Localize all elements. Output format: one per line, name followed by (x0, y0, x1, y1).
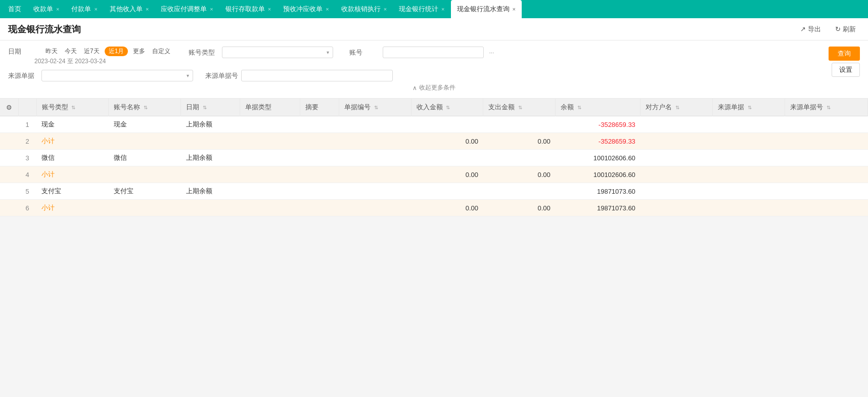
td-expense: 0.00 (483, 166, 556, 183)
nav-item-bank-deposit[interactable]: 银行存取款单 × (219, 0, 277, 18)
nav-item-prepay-offset[interactable]: 预收冲应收单 × (277, 0, 335, 18)
close-bank-deposit-icon[interactable]: × (268, 6, 271, 12)
account-more-icon[interactable]: ··· (489, 49, 494, 56)
td-row-num: 1 (18, 116, 36, 133)
th-date[interactable]: 日期 ⇅ (181, 99, 240, 116)
td-account-type: 现金 (36, 116, 109, 133)
sort-source-doc-no-icon: ⇅ (827, 105, 831, 110)
account-type-select-wrapper: ▾ (222, 47, 333, 58)
td-gear (0, 116, 18, 133)
source-doc-num-input[interactable] (241, 70, 393, 81)
close-payment-icon[interactable]: × (94, 6, 97, 12)
th-expense[interactable]: 支出金额 ⇅ (483, 99, 556, 116)
td-account-type: 微信 (36, 150, 109, 166)
nav-ar-ap-label: 应收应付调整单 (161, 5, 207, 14)
td-row-num: 5 (18, 183, 36, 200)
refresh-button[interactable]: ↻ 刷新 (831, 23, 860, 36)
td-counterparty (641, 116, 713, 133)
td-row-num: 2 (18, 133, 36, 150)
td-expense (483, 183, 556, 200)
td-row-num: 3 (18, 150, 36, 166)
settings-button[interactable]: 设置 (832, 63, 860, 77)
nav-item-cash-flow[interactable]: 现金银行流水查询 × (451, 0, 522, 18)
nav-item-receipt[interactable]: 收款单 × (27, 0, 65, 18)
td-balance: 19871073.60 (556, 183, 641, 200)
collapse-label: 收起更多条件 (419, 83, 455, 92)
table-container: ⚙ 账号类型 ⇅ 账号名称 ⇅ 日期 ⇅ 单据类型 摘要 单据编号 ⇅ 收入金额… (0, 99, 868, 216)
th-gear[interactable]: ⚙ (0, 99, 18, 116)
nav-receipt-label: 收款单 (33, 5, 53, 14)
export-button[interactable]: ↗ 导出 (796, 23, 825, 36)
td-account-type: 小计 (36, 133, 109, 150)
nav-other-income-label: 其他收入单 (110, 5, 143, 14)
nav-item-cash-stats[interactable]: 现金银行统计 × (393, 0, 450, 18)
th-doc-no[interactable]: 单据编号 ⇅ (339, 99, 411, 116)
td-source-doc-no (785, 133, 867, 150)
refresh-label: 刷新 (843, 25, 856, 34)
close-other-income-icon[interactable]: × (146, 6, 149, 12)
account-type-select[interactable] (222, 47, 333, 58)
date-filter-group: 日期 昨天 今天 近7天 近1月 更多 自定义 2023-02-24 至 202… (8, 47, 172, 66)
close-ar-ap-icon[interactable]: × (210, 6, 213, 12)
table-row: 5支付宝支付宝上期余额19871073.60 (0, 183, 868, 200)
td-source-doc-no (785, 166, 867, 183)
th-account-name[interactable]: 账号名称 ⇅ (109, 99, 181, 116)
td-date (181, 200, 240, 216)
close-receipt-icon[interactable]: × (56, 6, 59, 12)
right-buttons: 查询 设置 (829, 47, 860, 77)
th-source-doc[interactable]: 来源单据 ⇅ (713, 99, 785, 116)
date-opt-custom[interactable]: 自定义 (150, 47, 172, 56)
th-counterparty[interactable]: 对方户名 ⇅ (641, 99, 713, 116)
th-source-doc-no[interactable]: 来源单据号 ⇅ (785, 99, 867, 116)
td-summary (300, 116, 339, 133)
query-button[interactable]: 查询 (829, 47, 860, 61)
td-source-doc-no (785, 183, 867, 200)
source-doc-filter: 来源单据 ▾ (8, 70, 193, 81)
td-doc-type (240, 116, 300, 133)
td-gear (0, 200, 18, 216)
td-account-name (109, 166, 181, 183)
td-summary (300, 133, 339, 150)
td-gear (0, 150, 18, 166)
nav-item-ar-ap-adjust[interactable]: 应收应付调整单 × (155, 0, 219, 18)
nav-item-receipt-verify[interactable]: 收款核销执行 × (335, 0, 393, 18)
nav-item-home[interactable]: 首页 (2, 0, 27, 18)
table-row: 3微信微信上期余额100102606.60 (0, 150, 868, 166)
table-row: 4小计0.000.00100102606.60 (0, 166, 868, 183)
sort-doc-no-icon: ⇅ (374, 105, 378, 110)
source-doc-select[interactable] (41, 70, 193, 81)
nav-item-payment[interactable]: 付款单 × (65, 0, 103, 18)
td-doc-type (240, 183, 300, 200)
date-opt-1month[interactable]: 近1月 (105, 47, 128, 56)
nav-item-other-income[interactable]: 其他收入单 × (104, 0, 155, 18)
th-income[interactable]: 收入金额 ⇅ (411, 99, 483, 116)
close-cash-stats-icon[interactable]: × (441, 6, 444, 12)
td-summary (300, 200, 339, 216)
td-source-doc-no (785, 116, 867, 133)
td-counterparty (641, 150, 713, 166)
date-opt-7days[interactable]: 近7天 (82, 47, 102, 56)
date-opt-today[interactable]: 今天 (63, 47, 79, 56)
td-doc-no (339, 166, 411, 183)
td-source-doc (713, 150, 785, 166)
close-receipt-verify-icon[interactable]: × (384, 6, 387, 12)
th-balance[interactable]: 余额 ⇅ (556, 99, 641, 116)
account-input[interactable] (383, 47, 484, 58)
td-gear (0, 133, 18, 150)
td-source-doc (713, 166, 785, 183)
th-doc-type: 单据类型 (240, 99, 300, 116)
td-row-num: 4 (18, 166, 36, 183)
sort-date-icon: ⇅ (203, 105, 207, 110)
close-prepay-icon[interactable]: × (326, 6, 329, 12)
td-expense (483, 116, 556, 133)
td-doc-no (339, 183, 411, 200)
page-title: 现金银行流水查询 (8, 23, 81, 35)
th-account-type[interactable]: 账号类型 ⇅ (36, 99, 109, 116)
close-cash-flow-icon[interactable]: × (513, 6, 516, 12)
collapse-filters-button[interactable]: ∧ 收起更多条件 (8, 81, 860, 94)
header-actions: ↗ 导出 ↻ 刷新 (796, 23, 860, 36)
date-opt-more[interactable]: 更多 (131, 47, 147, 56)
td-account-name: 微信 (109, 150, 181, 166)
td-account-name (109, 133, 181, 150)
date-opt-yesterday[interactable]: 昨天 (43, 47, 60, 56)
